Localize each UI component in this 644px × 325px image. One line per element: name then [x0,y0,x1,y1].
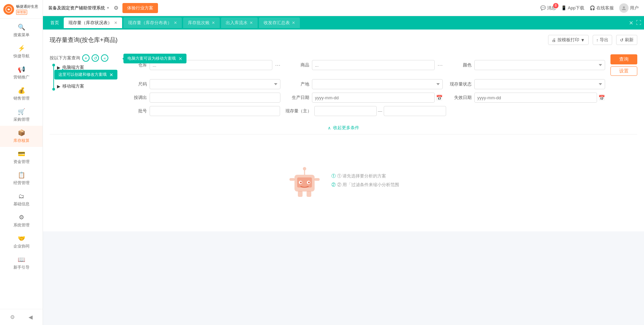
print-icon: 🖨 [552,38,556,43]
sidebar-item-sales[interactable]: 💰 销售管理 [0,84,43,105]
tab-close-5[interactable]: ✕ [292,21,295,25]
system-icon: ⚙ [18,214,25,221]
production-date-filter: 生产日期 📅 [286,93,443,103]
sidebar-item-system[interactable]: ⚙ 系统管理 [0,210,43,231]
expiry-date-label: 失效日期 [448,95,472,101]
back-scheme-button[interactable]: « [101,54,108,62]
svg-point-1 [623,6,625,8]
size-filter: 尺码 [123,79,280,89]
system-dropdown-arrow: ▼ [106,6,110,10]
tab-flow[interactable]: 出入库流水 ✕ [221,17,258,28]
user-area[interactable]: 用户 [619,3,639,13]
filter-action-col: 查询 设置 [610,54,637,76]
page-title: 现存量查询(按仓库+商品) [50,36,118,44]
stock-main-filter: 现存量（主） — [285,106,443,116]
stock-main-from[interactable] [314,106,377,116]
production-date-calendar-icon[interactable]: 📅 [436,95,443,101]
sidebar-item-basic[interactable]: 🗂 基础信息 [0,189,43,210]
sidebar-item-marketing[interactable]: 📢 营销推广 [0,62,43,84]
tab-inventory-status[interactable]: 现存量（库存状况表） ✕ [64,17,122,28]
phone-icon: 📱 [561,5,567,10]
sidebar-item-purchase[interactable]: 🛒 采购管理 [0,105,43,126]
guide-icon: 📖 [18,256,25,263]
svg-rect-8 [289,178,295,181]
tooltip-main-close[interactable]: ✕ [178,56,182,61]
sidebar-item-search[interactable]: 🔍 搜索菜单 [0,20,43,41]
batch-input[interactable] [150,93,280,103]
goods-more-icon[interactable]: ⋯ [437,62,443,68]
tab-close-2[interactable]: ✕ [174,21,177,25]
stock-main-to[interactable] [384,106,446,116]
stock-status-filter: 现存量状态 [448,79,605,89]
svg-rect-11 [307,191,311,197]
sidebar-item-guide[interactable]: 📖 新手引导 [0,253,43,274]
tooltip-scheme-close[interactable]: ✕ [109,72,113,77]
filter-label: 按以下方案查询 [50,55,80,61]
size-select[interactable] [150,79,280,89]
empty-hints: ① 请先选择要分析的方案 ② 用「过滤条件来缩小分析范围 [331,172,399,189]
production-date-wrap: 📅 [312,93,443,103]
empty-hint-2: ② 用「过滤条件来缩小分析范围 [331,180,399,189]
expiry-date-input[interactable] [474,93,597,103]
tab-batch[interactable]: 库存批次账 ✕ [183,17,220,28]
page-header: 现存量查询(按仓库+商品) 🖨 按模板打印 ▼ ↑ 导出 ↺ 刷新 [50,35,637,45]
stock-main-range: — [314,106,446,116]
batch-filter: 按调出 [123,93,280,103]
color-select[interactable] [474,60,605,70]
sidebar-item-finance[interactable]: 💳 资金管理 [0,147,43,168]
batchno-input[interactable] [150,106,280,116]
tab-inventory-dist[interactable]: 现存量（库存分布表） ✕ [123,17,182,28]
settings-footer-icon[interactable]: ⚙ [10,314,15,320]
stock-main-label: 现存量（主） [285,108,312,114]
refresh-button[interactable]: ↺ 刷新 [616,35,637,45]
experience-button[interactable]: 体验行业方案 [122,3,158,13]
goods-input[interactable] [312,60,435,70]
pc-scheme-arrow: ▶ [57,65,60,70]
tab-fullscreen-icon[interactable]: ⛶ [636,20,641,26]
stock-status-select[interactable] [474,79,605,89]
origin-select[interactable] [312,79,443,89]
topbar: 装备及固定资产辅助管理系统 ▼ ⚙ 体验行业方案 💬 消息 8 📱 App下载 … [43,0,644,16]
tab-close-1[interactable]: ✕ [114,21,117,25]
export-button[interactable]: ↑ 导出 [593,35,612,45]
notification-icon: 💬 [540,5,546,10]
sidebar-item-inventory[interactable]: 📦 库存核算 [0,126,43,147]
logo-area: 畅捷通好生意 标签版 [0,0,43,19]
system-selector[interactable]: 装备及固定资产辅助管理系统 ▼ [48,5,110,11]
app-download-area[interactable]: 📱 App下载 [561,5,584,11]
mobile-scheme-arrow: ▶ [57,84,60,89]
tab-home[interactable]: 首页 [46,20,64,26]
sales-icon: 💰 [18,87,25,94]
collapse-icon[interactable]: ◀ [29,314,33,320]
svg-point-13 [303,167,306,170]
search-button[interactable]: 查询 [610,54,637,64]
color-label: 颜色 [448,62,472,68]
settings-icon[interactable]: ⚙ [114,5,118,11]
sidebar-item-management[interactable]: 📋 经营管理 [0,168,43,189]
empty-illustration [288,161,321,199]
online-support-area[interactable]: 🎧 在线客服 [590,5,614,11]
production-date-input[interactable] [312,93,435,103]
reset-button[interactable]: 设置 [610,66,637,76]
sidebar-item-quicknav[interactable]: ⚡ 快捷导航 [0,41,43,62]
notification-area[interactable]: 💬 消息 8 [540,5,556,11]
expiry-date-calendar-icon[interactable]: 📅 [598,95,605,101]
logo-icon [3,4,14,15]
print-button[interactable]: 🖨 按模板打印 ▼ [548,35,589,45]
collapse-filter-button[interactable]: ∧ 收起更多条件 [50,121,637,134]
tab-close-3[interactable]: ✕ [212,21,215,25]
sidebar-menu: 🔍 搜索菜单 ⚡ 快捷导航 📢 营销推广 💰 销售管理 🛒 采购管理 📦 库存核… [0,19,43,309]
page-actions: 🖨 按模板打印 ▼ ↑ 导出 ↺ 刷新 [548,35,637,45]
tab-summary[interactable]: 收发存汇总表 ✕ [259,17,300,28]
sidebar-item-collab[interactable]: 🤝 企业协同 [0,231,43,253]
collab-icon: 🤝 [18,235,25,242]
refresh-scheme-button[interactable]: ↺ [92,54,99,62]
tab-close-all-icon[interactable]: ✕ [629,20,633,26]
svg-point-6 [300,182,302,183]
origin-filter: 产地 [286,79,443,89]
mobile-scheme-item[interactable]: ▶ 移动端方案 [57,82,84,91]
origin-label: 产地 [286,81,309,87]
warehouse-more-icon[interactable]: ⋯ [275,62,280,68]
tab-close-4[interactable]: ✕ [250,21,253,25]
add-scheme-button[interactable]: + [82,54,90,62]
